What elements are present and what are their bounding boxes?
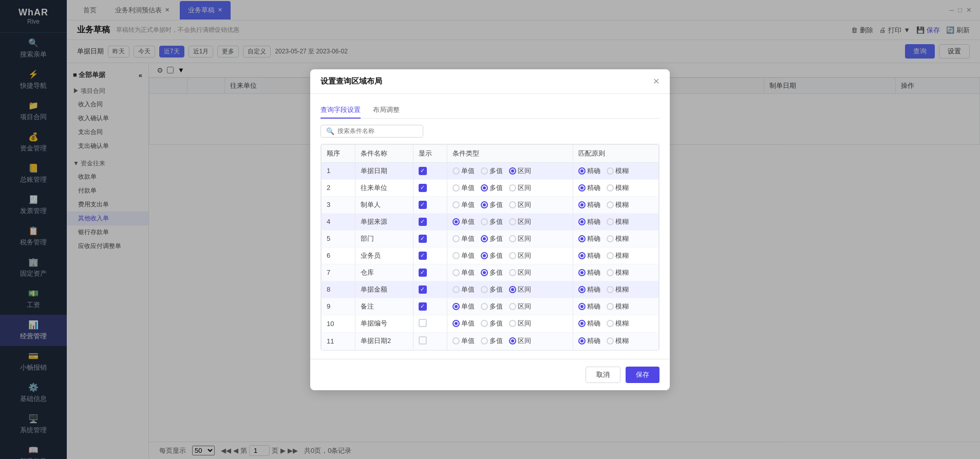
match-radio-精确[interactable]: 精确 <box>578 302 600 311</box>
table-row-show[interactable]: ✓ <box>413 264 447 281</box>
table-row-type: 单值多值区间 <box>447 298 573 315</box>
match-radio-模糊[interactable]: 模糊 <box>607 268 629 277</box>
table-row-name: 部门 <box>355 230 413 247</box>
type-radio-单值[interactable]: 单值 <box>453 251 475 260</box>
match-radio-模糊[interactable]: 模糊 <box>607 251 629 260</box>
match-radio-模糊[interactable]: 模糊 <box>607 302 629 311</box>
type-radio-多值[interactable]: 多值 <box>481 302 503 311</box>
match-radio-模糊[interactable]: 模糊 <box>607 166 629 176</box>
type-radio-多值[interactable]: 多值 <box>481 217 503 226</box>
dialog-close-button[interactable]: ✕ <box>653 76 659 86</box>
dialog-tab-layout[interactable]: 布局调整 <box>373 102 400 119</box>
dialog-search-input[interactable] <box>337 127 409 135</box>
match-radio-精确[interactable]: 精确 <box>578 336 600 346</box>
show-checkbox[interactable]: ✓ <box>419 285 427 294</box>
table-row-match: 精确模糊 <box>573 315 658 332</box>
match-radio-精确[interactable]: 精确 <box>578 268 600 277</box>
table-row-show[interactable] <box>413 315 447 332</box>
table-row-name: 往来单位 <box>355 179 413 196</box>
type-radio-单值[interactable]: 单值 <box>453 336 475 346</box>
type-radio-单值[interactable]: 单值 <box>453 268 475 277</box>
match-radio-精确[interactable]: 精确 <box>578 200 600 209</box>
type-radio-区间[interactable]: 区间 <box>509 251 531 260</box>
table-row-show[interactable]: ✓ <box>413 281 447 298</box>
table-row-match: 精确模糊 <box>573 230 658 247</box>
table-row-show[interactable]: ✓ <box>413 196 447 213</box>
th-type: 条件类型 <box>447 144 573 162</box>
show-checkbox[interactable]: ✓ <box>419 184 427 192</box>
type-radio-区间[interactable]: 区间 <box>509 166 531 176</box>
show-checkbox[interactable]: ✓ <box>419 269 427 277</box>
type-radio-多值[interactable]: 多值 <box>481 336 503 346</box>
type-radio-区间[interactable]: 区间 <box>509 268 531 277</box>
match-radio-精确[interactable]: 精确 <box>578 166 600 176</box>
table-row-show[interactable]: ✓ <box>413 179 447 196</box>
type-radio-多值[interactable]: 多值 <box>481 319 503 328</box>
table-row-order: 4 <box>322 213 355 230</box>
table-row-type: 单值多值区间 <box>447 264 573 281</box>
type-radio-单值[interactable]: 单值 <box>453 302 475 311</box>
table-row-show[interactable]: ✓ <box>413 162 447 179</box>
match-radio-精确[interactable]: 精确 <box>578 217 600 226</box>
table-row-show[interactable]: ✓ <box>413 298 447 315</box>
show-checkbox[interactable]: ✓ <box>419 167 427 175</box>
save-button[interactable]: 保存 <box>626 367 659 383</box>
match-radio-模糊[interactable]: 模糊 <box>607 285 629 294</box>
type-radio-多值[interactable]: 多值 <box>481 285 503 294</box>
show-checkbox[interactable] <box>419 319 427 327</box>
type-radio-单值[interactable]: 单值 <box>453 217 475 226</box>
table-row-match: 精确模糊 <box>573 332 658 350</box>
type-radio-多值[interactable]: 多值 <box>481 234 503 243</box>
table-row-show[interactable] <box>413 332 447 350</box>
type-radio-多值[interactable]: 多值 <box>481 200 503 209</box>
type-radio-单值[interactable]: 单值 <box>453 285 475 294</box>
match-radio-模糊[interactable]: 模糊 <box>607 200 629 209</box>
type-radio-多值[interactable]: 多值 <box>481 183 503 193</box>
cancel-button[interactable]: 取消 <box>586 367 620 383</box>
match-radio-精确[interactable]: 精确 <box>578 234 600 243</box>
dialog-tab-fields[interactable]: 查询字段设置 <box>321 102 361 119</box>
type-radio-单值[interactable]: 单值 <box>453 183 475 193</box>
dialog-footer: 取消 保存 <box>310 359 670 390</box>
settings-dialog: 设置查询区域布局 ✕ 查询字段设置 布局调整 🔍 顺序 条件名称 显示 <box>310 69 670 390</box>
table-row-order: 3 <box>322 196 355 213</box>
match-radio-精确[interactable]: 精确 <box>578 319 600 328</box>
match-radio-精确[interactable]: 精确 <box>578 183 600 193</box>
table-row-type: 单值多值区间 <box>447 332 573 350</box>
type-radio-区间[interactable]: 区间 <box>509 319 531 328</box>
type-radio-多值[interactable]: 多值 <box>481 166 503 176</box>
match-radio-模糊[interactable]: 模糊 <box>607 336 629 346</box>
show-checkbox[interactable] <box>419 336 427 345</box>
type-radio-区间[interactable]: 区间 <box>509 183 531 193</box>
type-radio-区间[interactable]: 区间 <box>509 336 531 346</box>
type-radio-区间[interactable]: 区间 <box>509 217 531 226</box>
table-row-name: 备注 <box>355 298 413 315</box>
type-radio-区间[interactable]: 区间 <box>509 285 531 294</box>
type-radio-单值[interactable]: 单值 <box>453 319 475 328</box>
type-radio-区间[interactable]: 区间 <box>509 200 531 209</box>
table-row-order: 7 <box>322 264 355 281</box>
show-checkbox[interactable]: ✓ <box>419 218 427 226</box>
table-row-show[interactable]: ✓ <box>413 247 447 264</box>
match-radio-模糊[interactable]: 模糊 <box>607 234 629 243</box>
show-checkbox[interactable]: ✓ <box>419 252 427 260</box>
table-row-order: 5 <box>322 230 355 247</box>
type-radio-多值[interactable]: 多值 <box>481 251 503 260</box>
type-radio-单值[interactable]: 单值 <box>453 200 475 209</box>
show-checkbox[interactable]: ✓ <box>419 235 427 243</box>
match-radio-模糊[interactable]: 模糊 <box>607 319 629 328</box>
match-radio-模糊[interactable]: 模糊 <box>607 183 629 193</box>
type-radio-区间[interactable]: 区间 <box>509 302 531 311</box>
type-radio-区间[interactable]: 区间 <box>509 234 531 243</box>
table-row-show[interactable]: ✓ <box>413 230 447 247</box>
show-checkbox[interactable]: ✓ <box>419 302 427 311</box>
match-radio-精确[interactable]: 精确 <box>578 251 600 260</box>
type-radio-单值[interactable]: 单值 <box>453 234 475 243</box>
type-radio-单值[interactable]: 单值 <box>453 166 475 176</box>
dialog-table-wrap: 顺序 条件名称 显示 条件类型 匹配原则 1单据日期✓单值多值区间精确模糊2往来… <box>321 144 659 351</box>
match-radio-精确[interactable]: 精确 <box>578 285 600 294</box>
type-radio-多值[interactable]: 多值 <box>481 268 503 277</box>
match-radio-模糊[interactable]: 模糊 <box>607 217 629 226</box>
table-row-show[interactable]: ✓ <box>413 213 447 230</box>
show-checkbox[interactable]: ✓ <box>419 201 427 209</box>
